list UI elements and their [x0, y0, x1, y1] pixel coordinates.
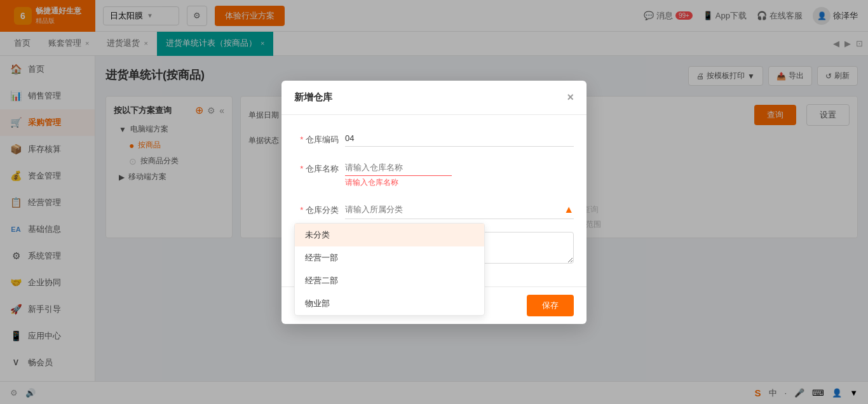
modal-close-button[interactable]: × [567, 91, 574, 104]
modal-overlay: 新增仓库 × * 仓库编码 * 仓库名称 [0, 0, 868, 404]
category-dropdown[interactable]: ▲ 未分类 经营一部 经营二部 物业部 [345, 201, 574, 219]
warehouse-name-input[interactable] [345, 159, 452, 176]
modal-header: 新增仓库 × [281, 81, 587, 115]
required-star-code: * [300, 135, 303, 144]
code-label: * 仓库编码 [294, 130, 345, 145]
category-dropdown-list: 未分类 经营一部 经营二部 物业部 [294, 223, 485, 316]
name-label: * 仓库名称 [294, 159, 345, 175]
required-star-category: * [300, 205, 303, 215]
warehouse-code-input[interactable] [345, 130, 574, 147]
category-label: * 仓库分类 [294, 201, 345, 216]
category-input[interactable] [345, 205, 564, 214]
dropdown-item-dept2[interactable]: 经营二部 [295, 269, 484, 292]
form-row-name: * 仓库名称 请输入仓库名称 [294, 159, 574, 188]
dropdown-input-row: ▲ [345, 201, 574, 219]
dropdown-item-dept1[interactable]: 经营一部 [295, 246, 484, 269]
modal-title: 新增仓库 [294, 91, 332, 104]
save-button[interactable]: 保存 [527, 295, 574, 316]
required-star-name: * [300, 164, 303, 173]
modal-body: * 仓库编码 * 仓库名称 请输入仓库名称 [281, 115, 587, 286]
form-row-category: * 仓库分类 ▲ 未分类 经营一部 经营二部 物业部 [294, 201, 574, 219]
dropdown-chevron-icon[interactable]: ▲ [564, 204, 574, 215]
name-error-message: 请输入仓库名称 [345, 178, 398, 187]
form-row-code: * 仓库编码 [294, 130, 574, 147]
dropdown-item-property[interactable]: 物业部 [295, 292, 484, 315]
new-warehouse-modal: 新增仓库 × * 仓库编码 * 仓库名称 [281, 81, 587, 324]
dropdown-item-uncategorized[interactable]: 未分类 [295, 224, 484, 246]
